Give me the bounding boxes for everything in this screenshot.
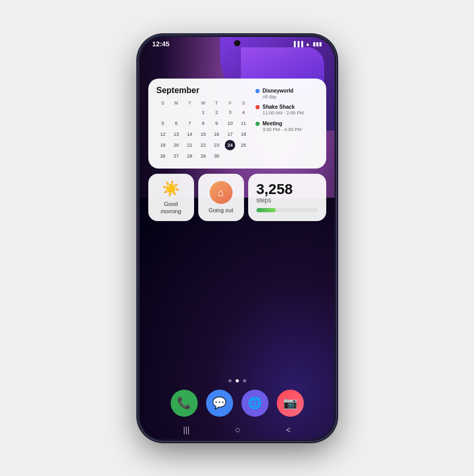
status-icons: ▐▐▐ ▲ ▮▮▮ bbox=[292, 41, 322, 47]
cal-cell bbox=[225, 151, 235, 161]
cal-cell[interactable]: 22 bbox=[198, 140, 208, 150]
bottom-widgets-row: ☀️ Good morning ⌂ Going out 3,258 steps bbox=[148, 174, 326, 222]
cal-cell[interactable]: 21 bbox=[185, 140, 195, 150]
event-time: 11:00 AM - 2:00 PM bbox=[263, 110, 304, 117]
cal-cell[interactable]: 14 bbox=[185, 129, 195, 139]
cal-header-s2: S bbox=[237, 99, 250, 107]
cal-header-w: W bbox=[197, 99, 210, 107]
cal-header-f: F bbox=[224, 99, 237, 107]
nav-home-button[interactable]: ○ bbox=[235, 424, 241, 435]
event-time: 3:00 PM - 4:30 PM bbox=[263, 127, 302, 133]
event-dot-blue bbox=[255, 89, 260, 93]
page-indicators bbox=[228, 379, 246, 382]
cal-cell[interactable]: 18 bbox=[238, 129, 249, 139]
cal-cell[interactable]: 28 bbox=[185, 151, 195, 161]
event-time: All day bbox=[263, 94, 293, 100]
cal-cell[interactable]: 1 bbox=[198, 107, 208, 118]
cal-cell[interactable]: 20 bbox=[171, 140, 182, 150]
event-info: Meeting 3:00 PM - 4:30 PM bbox=[263, 121, 302, 133]
app-internet[interactable]: 🌐 bbox=[241, 390, 268, 417]
cal-cell bbox=[185, 107, 195, 118]
status-time: 12:45 bbox=[152, 40, 170, 48]
event-shakeshack[interactable]: Shake Shack 11:00 AM - 2:00 PM bbox=[255, 104, 318, 117]
phone-screen: 12:45 ▐▐▐ ▲ ▮▮▮ September S M T W T bbox=[140, 37, 335, 440]
messages-app-icon: 💬 bbox=[212, 396, 226, 410]
page-dot-1 bbox=[228, 379, 232, 382]
nav-back-button[interactable]: < bbox=[286, 426, 291, 435]
wifi-icon: ▲ bbox=[305, 41, 311, 47]
cal-cell[interactable]: 8 bbox=[198, 118, 208, 128]
cal-cell[interactable]: 13 bbox=[171, 129, 182, 139]
cal-cell[interactable]: 27 bbox=[171, 151, 182, 161]
app-dock: 📞 💬 🌐 📷 bbox=[171, 390, 304, 417]
event-name: Shake Shack bbox=[263, 104, 304, 110]
cal-cell[interactable]: 6 bbox=[171, 118, 182, 128]
cal-cell[interactable]: 5 bbox=[158, 118, 168, 128]
calendar-month: September bbox=[157, 86, 250, 95]
cal-cell[interactable]: 3 bbox=[225, 107, 235, 118]
home-icon-circle: ⌂ bbox=[210, 181, 233, 204]
home-widget[interactable]: ⌂ Going out bbox=[198, 174, 244, 222]
steps-label: steps bbox=[257, 197, 318, 204]
nav-recent-button[interactable]: ||| bbox=[183, 426, 189, 435]
cal-cell[interactable]: 23 bbox=[211, 140, 222, 150]
cal-cell bbox=[158, 107, 168, 118]
phone-app-icon: 📞 bbox=[177, 396, 191, 410]
cal-header-t1: T bbox=[183, 99, 196, 107]
weather-widget[interactable]: ☀️ Good morning bbox=[148, 174, 194, 222]
event-meeting[interactable]: Meeting 3:00 PM - 4:30 PM bbox=[255, 121, 318, 133]
steps-count: 3,258 bbox=[257, 182, 318, 197]
cal-cell-today[interactable]: 24 bbox=[225, 140, 235, 150]
page-dot-2 bbox=[236, 379, 239, 382]
calendar-events: Disneyworld All day Shake Shack 11:00 AM… bbox=[255, 86, 318, 161]
event-dot-green bbox=[255, 122, 260, 126]
cal-cell[interactable]: 2 bbox=[211, 107, 222, 118]
cal-cell[interactable]: 30 bbox=[211, 151, 222, 161]
cal-cell[interactable]: 12 bbox=[158, 129, 168, 139]
cal-cell[interactable]: 26 bbox=[158, 151, 168, 161]
event-info: Disneyworld All day bbox=[263, 88, 293, 100]
page-dot-3 bbox=[243, 379, 246, 382]
sun-icon: ☀️ bbox=[162, 180, 180, 197]
cal-cell[interactable]: 15 bbox=[198, 129, 208, 139]
event-info: Shake Shack 11:00 AM - 2:00 PM bbox=[263, 104, 304, 117]
internet-app-icon: 🌐 bbox=[248, 396, 262, 410]
calendar-widget[interactable]: September S M T W T F S 1 2 3 bbox=[148, 79, 326, 169]
cal-cell[interactable]: 29 bbox=[198, 151, 208, 161]
home-label: Going out bbox=[209, 207, 234, 213]
event-name: Disneyworld bbox=[263, 88, 293, 94]
cal-cell[interactable]: 4 bbox=[238, 107, 249, 118]
cal-cell[interactable]: 11 bbox=[238, 118, 249, 128]
app-phone[interactable]: 📞 bbox=[171, 390, 198, 417]
event-name: Meeting bbox=[263, 121, 302, 127]
battery-icon: ▮▮▮ bbox=[313, 41, 322, 47]
steps-progress-bar bbox=[257, 208, 318, 212]
cal-cell[interactable]: 10 bbox=[225, 118, 235, 128]
app-messages[interactable]: 💬 bbox=[206, 390, 233, 417]
cal-cell[interactable]: 25 bbox=[238, 140, 249, 150]
cal-cell[interactable]: 17 bbox=[225, 129, 235, 139]
widgets-area: September S M T W T F S 1 2 3 bbox=[148, 79, 326, 222]
weather-label: Good morning bbox=[155, 200, 188, 215]
home-icon: ⌂ bbox=[217, 187, 224, 199]
event-dot-red bbox=[255, 105, 260, 109]
calendar-left: September S M T W T F S 1 2 3 bbox=[157, 86, 250, 161]
cal-cell[interactable]: 7 bbox=[185, 118, 195, 128]
cal-header-s: S bbox=[157, 99, 170, 107]
steps-bar-fill bbox=[257, 208, 276, 212]
navigation-bar: ||| ○ < bbox=[140, 421, 335, 440]
cal-cell[interactable]: 19 bbox=[158, 140, 168, 150]
signal-icon: ▐▐▐ bbox=[292, 41, 303, 47]
phone-device: 12:45 ▐▐▐ ▲ ▮▮▮ September S M T W T bbox=[138, 35, 336, 441]
cal-header-m: M bbox=[170, 99, 183, 107]
cal-cell bbox=[171, 107, 182, 118]
steps-widget[interactable]: 3,258 steps bbox=[248, 174, 326, 222]
app-camera[interactable]: 📷 bbox=[277, 390, 304, 417]
front-camera bbox=[234, 40, 240, 46]
cal-cell[interactable]: 9 bbox=[211, 118, 222, 128]
cal-header-t2: T bbox=[210, 99, 223, 107]
event-disneyworld[interactable]: Disneyworld All day bbox=[255, 88, 318, 100]
cal-cell[interactable]: 16 bbox=[211, 129, 222, 139]
camera-app-icon: 📷 bbox=[283, 396, 297, 410]
cal-cell bbox=[238, 151, 249, 161]
